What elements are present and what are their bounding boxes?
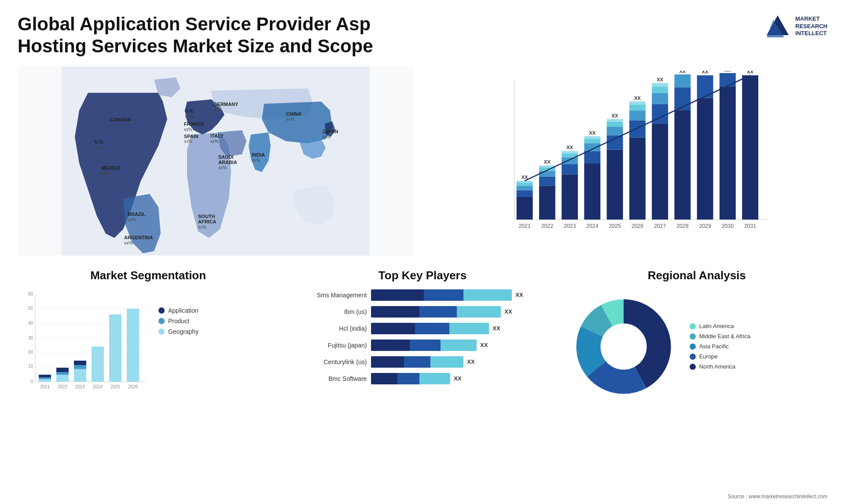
svg-rect-56 <box>607 150 623 219</box>
donut-dot-europe <box>690 354 696 360</box>
donut-legend: Latin America Middle East & Africa Asia … <box>690 323 750 370</box>
svg-rect-54 <box>584 136 600 139</box>
svg-point-142 <box>601 324 647 369</box>
svg-rect-40 <box>539 171 555 176</box>
svg-text:2023: 2023 <box>75 384 85 389</box>
svg-text:2026: 2026 <box>128 384 138 389</box>
svg-text:FRANCE: FRANCE <box>184 121 204 127</box>
svg-rect-65 <box>629 105 646 110</box>
svg-text:SAUDI: SAUDI <box>218 154 233 160</box>
svg-rect-50 <box>584 163 600 219</box>
seg-dot-product <box>158 318 165 324</box>
svg-text:INDIA: INDIA <box>252 152 265 157</box>
svg-text:AFRICA: AFRICA <box>198 219 217 224</box>
svg-text:2025: 2025 <box>609 223 621 229</box>
svg-rect-45 <box>562 164 578 175</box>
svg-rect-72 <box>652 83 668 86</box>
player-bar-ibm: XX <box>371 306 548 318</box>
svg-text:XX: XX <box>612 113 619 118</box>
svg-rect-71 <box>652 87 668 93</box>
donut-chart-svg <box>566 289 681 404</box>
svg-text:xx%: xx% <box>286 117 294 122</box>
svg-text:ARABIA: ARABIA <box>218 160 237 165</box>
svg-text:xx%: xx% <box>110 123 118 128</box>
svg-rect-64 <box>629 110 646 121</box>
svg-text:XX: XX <box>566 145 573 150</box>
bottom-grid: Market Segmentation 0 10 20 30 40 <box>18 264 827 408</box>
page: Global Application Service Provider Asp … <box>0 0 845 504</box>
svg-rect-69 <box>652 104 668 124</box>
player-row-sms: Sms Management XX <box>296 289 548 301</box>
svg-text:2024: 2024 <box>586 223 598 229</box>
svg-text:SOUTH: SOUTH <box>198 214 215 219</box>
regional-title: Regional Analysis <box>566 269 827 282</box>
seg-legend-geography: Geography <box>158 328 198 335</box>
donut-dot-asia <box>690 343 696 350</box>
svg-text:xx%: xx% <box>184 139 192 144</box>
player-name-fujitsu: Fujitsu (japan) <box>296 342 367 349</box>
title-block: Global Application Service Provider Asp … <box>18 13 414 58</box>
svg-rect-70 <box>652 93 668 104</box>
seg-legend-application: Application <box>158 307 198 314</box>
svg-text:xx%: xx% <box>124 241 132 245</box>
player-row-hcl: Hcl (india) XX <box>296 323 548 334</box>
player-name-sms: Sms Management <box>296 292 367 299</box>
svg-text:CANADA: CANADA <box>110 117 131 122</box>
svg-rect-129 <box>109 314 121 382</box>
svg-rect-84 <box>742 75 758 219</box>
seg-dot-application <box>158 307 165 314</box>
svg-text:xx%: xx% <box>252 158 260 163</box>
svg-text:xx%: xx% <box>128 217 136 222</box>
world-map-section: CANADA xx% U.S. xx% MEXICO xx% BRAZIL xx… <box>18 66 414 256</box>
svg-text:2024: 2024 <box>93 384 103 389</box>
player-bar-centurylink: XX <box>371 356 548 368</box>
brand-logo-icon <box>764 13 791 40</box>
svg-rect-62 <box>629 137 646 219</box>
svg-text:BRAZIL: BRAZIL <box>128 212 146 217</box>
donut-legend-mea: Middle East & Africa <box>690 333 750 340</box>
svg-rect-63 <box>629 121 646 138</box>
svg-text:XX: XX <box>657 77 664 82</box>
svg-rect-68 <box>652 124 668 219</box>
svg-rect-127 <box>74 369 86 382</box>
logo-block: MARKET RESEARCH INTELLECT <box>764 13 827 40</box>
seg-dot-geography <box>158 329 165 335</box>
svg-text:20: 20 <box>28 350 33 354</box>
svg-text:50: 50 <box>28 306 33 310</box>
svg-text:2022: 2022 <box>541 223 553 229</box>
svg-text:xx%: xx% <box>185 114 193 119</box>
page-title: Global Application Service Provider Asp … <box>18 13 414 58</box>
svg-text:60: 60 <box>28 292 33 296</box>
svg-text:2023: 2023 <box>564 223 576 229</box>
donut-dot-latin <box>690 323 696 329</box>
svg-rect-130 <box>127 309 139 382</box>
key-players-title: Top Key Players <box>292 269 553 282</box>
svg-rect-58 <box>607 127 623 135</box>
svg-rect-46 <box>562 157 578 164</box>
svg-rect-57 <box>607 135 623 150</box>
svg-text:xx%: xx% <box>95 145 103 150</box>
svg-text:MEXICO: MEXICO <box>101 165 121 171</box>
donut-dot-mea <box>690 333 696 340</box>
player-row-ibm: Ibm (us) XX <box>296 306 548 318</box>
seg-legend: Application Product Geography <box>158 289 198 335</box>
svg-text:2021: 2021 <box>40 384 50 389</box>
player-row-fujitsu: Fujitsu (japan) XX <box>296 340 548 351</box>
svg-text:2029: 2029 <box>699 223 711 229</box>
svg-text:40: 40 <box>28 321 33 325</box>
key-players-section: Top Key Players Sms Management XX Ibm ( <box>292 264 553 408</box>
svg-text:XX: XX <box>679 71 686 74</box>
bar-2021-seg1 <box>517 197 533 219</box>
segmentation-chart-svg: 0 10 20 30 40 50 60 <box>18 289 150 404</box>
player-name-ibm: Ibm (us) <box>296 308 367 315</box>
svg-rect-128 <box>92 347 104 382</box>
svg-text:xx%: xx% <box>184 127 192 132</box>
players-list: Sms Management XX Ibm (us) <box>292 289 553 384</box>
donut-legend-europe: Europe <box>690 353 750 360</box>
svg-text:ITALY: ITALY <box>210 133 224 139</box>
player-bar-bmc: XX <box>371 373 548 384</box>
svg-rect-125 <box>39 379 51 382</box>
svg-rect-53 <box>584 139 600 143</box>
seg-legend-product: Product <box>158 318 198 325</box>
source-text: Source : www.marketresearchintellect.com <box>727 493 827 500</box>
